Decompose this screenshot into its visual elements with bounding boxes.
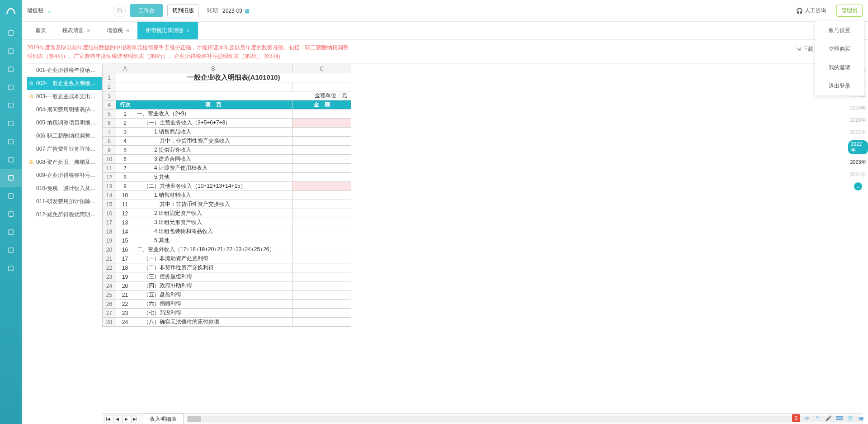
row-number-cell[interactable]: 8 <box>116 173 134 182</box>
history-icon-button[interactable] <box>113 5 126 17</box>
tab-close-icon[interactable]: ✕ <box>126 28 129 33</box>
form-list-item[interactable]: 012-减免所得税优惠明细表(... <box>27 208 102 221</box>
sidebar-mail-icon[interactable] <box>0 205 22 223</box>
item-cell[interactable]: （二）其他业务收入（10+12+13+14+15） <box>134 182 292 191</box>
user-menu-item[interactable]: 我的邀请 <box>815 58 864 77</box>
sheet-tab[interactable]: 收入明细表 <box>143 414 184 424</box>
form-list-item[interactable]: ⊘002-一般企业收入明细表(A1... <box>27 77 102 90</box>
form-list-item[interactable]: 009-企业所得税弥补亏损明... <box>27 169 102 182</box>
form-list-item[interactable]: 011-研发费用加计扣除优惠... <box>27 195 102 208</box>
amount-cell[interactable] <box>292 245 351 254</box>
col-header[interactable]: A <box>116 64 134 73</box>
amount-cell[interactable] <box>292 209 351 218</box>
amount-cell[interactable] <box>292 191 351 200</box>
row-number-cell[interactable]: 4 <box>116 137 134 146</box>
amount-cell[interactable] <box>292 263 351 272</box>
item-cell[interactable]: 3.出租无形资产收入 <box>134 218 292 227</box>
page-tab[interactable]: 首页 <box>27 22 54 39</box>
sidebar-note-icon[interactable] <box>0 187 22 205</box>
item-cell[interactable]: （一）主营业务收入（3+5+6+7+8） <box>134 119 292 128</box>
switch-old-button[interactable]: 切到旧版 <box>167 4 199 17</box>
sheet-scroll-area[interactable]: ABC1一般企业收入明细表(A101010)23金额单位：元4行次项 目金 额5… <box>102 64 863 413</box>
sidebar-grid-icon[interactable] <box>0 114 22 133</box>
row-number-cell[interactable]: 7 <box>116 164 134 173</box>
row-number-cell[interactable]: 10 <box>116 191 134 200</box>
row-number-cell[interactable]: 9 <box>116 182 134 191</box>
row-number-cell[interactable]: 12 <box>116 209 134 218</box>
amount-cell[interactable] <box>292 173 351 182</box>
row-number-cell[interactable]: 1 <box>116 110 134 119</box>
item-cell[interactable]: 4.让渡资产使用权收入 <box>134 164 292 173</box>
col-header[interactable]: B <box>134 64 292 73</box>
item-cell[interactable]: 1.销售材料收入 <box>134 191 292 200</box>
item-cell[interactable]: 其中：非货币性资产交换收入 <box>134 137 292 146</box>
page-tab[interactable]: 税表清册✕ <box>54 22 99 39</box>
item-cell[interactable]: 2.提供劳务收入 <box>134 146 292 155</box>
year-more-icon[interactable]: ⌄ <box>854 182 862 191</box>
page-tab[interactable]: 所得税汇算清缴✕ <box>137 22 198 39</box>
year-chip[interactable]: 2022年 <box>848 140 868 154</box>
sidebar-cup-icon[interactable] <box>0 169 22 187</box>
form-list-item[interactable]: ⊘008-资产折旧、摊销及纳税... <box>27 156 102 169</box>
form-list-item[interactable]: 005-纳税调整项目明细表(A1... <box>27 116 102 129</box>
row-number-cell[interactable]: 2 <box>116 119 134 128</box>
tab-close-icon[interactable]: ✕ <box>186 28 190 33</box>
user-menu-item[interactable]: 退出登录 <box>815 77 864 95</box>
user-menu-item[interactable]: 账号设置 <box>815 21 864 40</box>
sidebar-chart-icon[interactable] <box>0 60 22 78</box>
row-number-cell[interactable]: 5 <box>116 146 134 155</box>
item-cell[interactable]: 一、营业收入（2+9） <box>134 110 292 119</box>
form-list-item[interactable]: 001-企业所得税年度纳税申... <box>27 64 102 77</box>
sidebar-gear-icon[interactable] <box>0 223 22 241</box>
amount-cell[interactable] <box>292 254 351 263</box>
amount-cell[interactable] <box>292 300 351 309</box>
item-cell[interactable]: 其中：非货币性资产交换收入 <box>134 200 292 209</box>
amount-cell[interactable] <box>292 110 351 119</box>
amount-cell[interactable] <box>292 182 351 191</box>
sheet-nav-next[interactable]: ▶ <box>122 415 130 423</box>
form-list-item[interactable]: 004-期间费用明细表(A1040... <box>27 103 102 116</box>
item-cell[interactable]: （二）非货币性资产交换利得 <box>134 263 292 272</box>
row-number-cell[interactable]: 6 <box>116 155 134 164</box>
consult-link[interactable]: 🎧 人工咨询 <box>796 7 826 14</box>
row-number-cell[interactable]: 15 <box>116 236 134 245</box>
item-cell[interactable]: （六）捐赠利得 <box>134 300 292 309</box>
amount-cell[interactable] <box>292 272 351 281</box>
item-cell[interactable]: 5.其他 <box>134 236 292 245</box>
form-list-item[interactable]: 006-职工薪酬纳税调整明细... <box>27 129 102 143</box>
sidebar-home-icon[interactable] <box>0 24 22 42</box>
sidebar-file-icon[interactable] <box>0 96 22 114</box>
amount-cell[interactable] <box>292 164 351 173</box>
download-button[interactable]: ⇲下载 <box>796 45 813 53</box>
row-number-cell[interactable]: 19 <box>116 272 134 281</box>
year-chip[interactable]: 2020年 <box>848 116 868 124</box>
tab-close-icon[interactable]: ✕ <box>87 28 90 33</box>
row-number-cell[interactable]: 17 <box>116 254 134 263</box>
ime-lang-icon[interactable]: 中 <box>803 414 811 422</box>
form-list-item[interactable]: 010-免税、减计收入及加计... <box>27 182 102 195</box>
row-number-cell[interactable]: 24 <box>116 318 134 327</box>
amount-cell[interactable] <box>292 119 351 128</box>
item-cell[interactable]: 4.出租包装物和商品收入 <box>134 227 292 236</box>
ime-punct-icon[interactable]: °, <box>814 414 822 422</box>
item-cell[interactable]: （四）政府补助利得 <box>134 281 292 291</box>
amount-cell[interactable] <box>292 200 351 209</box>
company-selector[interactable]: 增值税 ⌄ <box>27 7 108 14</box>
amount-cell[interactable] <box>292 155 351 164</box>
amount-cell[interactable] <box>292 309 351 318</box>
year-chip[interactable]: 2023年 <box>848 158 868 167</box>
sheet-nav-first[interactable]: |◀ <box>104 415 112 423</box>
row-number-cell[interactable]: 20 <box>116 281 134 291</box>
user-menu-item[interactable]: 立即购买 <box>815 40 864 58</box>
year-chip[interactable]: 2019年 <box>848 104 868 112</box>
ime-skin-icon[interactable]: 👕 <box>846 414 854 422</box>
amount-cell[interactable] <box>292 281 351 291</box>
row-number-cell[interactable]: 11 <box>116 200 134 209</box>
amount-cell[interactable] <box>292 218 351 227</box>
ime-keyboard-icon[interactable]: ⌨ <box>835 414 844 422</box>
item-cell[interactable]: 二、营业外收入（17+18+19+20+21+22+23+24+25+26） <box>134 245 292 254</box>
row-number-cell[interactable]: 18 <box>116 263 134 272</box>
amount-cell[interactable] <box>292 227 351 236</box>
sidebar-box-icon[interactable] <box>0 151 22 169</box>
amount-cell[interactable] <box>292 236 351 245</box>
